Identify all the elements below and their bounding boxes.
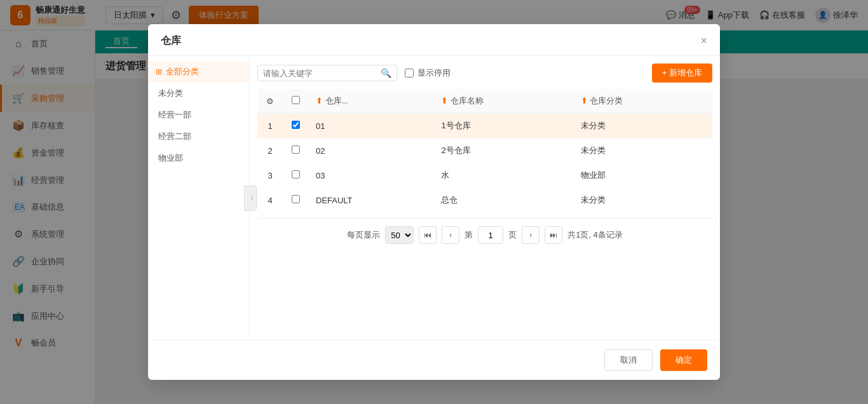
category-header[interactable]: ⊞ 全部分类 xyxy=(148,61,249,83)
row-code: DEFAULT xyxy=(308,188,433,213)
row-category: 未分类 xyxy=(573,138,712,163)
close-icon[interactable]: × xyxy=(700,34,707,48)
warehouse-table: ⚙ ⬆ 仓库... ⬆ 仓库名称 xyxy=(257,89,712,213)
page-size-select[interactable]: 50 xyxy=(385,226,414,244)
confirm-button[interactable]: 确定 xyxy=(660,349,707,371)
search-icon[interactable]: 🔍 xyxy=(381,68,391,78)
col-name-header: ⬆ 仓库名称 xyxy=(433,89,573,114)
row-checkbox-cell xyxy=(283,163,308,188)
grid-icon: ⊞ xyxy=(156,67,162,76)
row-checkbox-cell xyxy=(283,114,308,138)
search-box: 🔍 xyxy=(257,65,397,81)
cancel-button[interactable]: 取消 xyxy=(604,349,653,371)
table-header-row: ⚙ ⬆ 仓库... ⬆ 仓库名称 xyxy=(257,89,712,114)
row-code: 02 xyxy=(308,138,433,163)
show-disabled-label[interactable]: 显示停用 xyxy=(405,67,451,79)
row-name: 2号仓库 xyxy=(433,138,573,163)
table-row[interactable]: 4 DEFAULT 总仓 未分类 xyxy=(257,188,712,213)
row-num: 3 xyxy=(257,163,283,188)
row-num: 1 xyxy=(257,114,283,138)
row-checkbox-cell xyxy=(283,138,308,163)
warehouse-modal: 仓库 × ⊞ 全部分类 未分类 经营一部 经营二部 物业部 《 xyxy=(148,24,720,380)
col-settings: ⚙ xyxy=(257,89,283,114)
row-num: 4 xyxy=(257,188,283,213)
col-checkbox xyxy=(283,89,308,114)
row-checkbox[interactable] xyxy=(292,145,300,154)
category-item-unclassified[interactable]: 未分类 xyxy=(148,83,249,104)
row-name: 1号仓库 xyxy=(433,114,573,138)
row-category: 未分类 xyxy=(573,114,712,138)
category-panel: ⊞ 全部分类 未分类 经营一部 经营二部 物业部 《 xyxy=(148,56,250,340)
modal-body: ⊞ 全部分类 未分类 经营一部 经营二部 物业部 《 🔍 xyxy=(148,56,720,340)
col-code-header: ⬆ 仓库... xyxy=(308,89,433,114)
row-checkbox[interactable] xyxy=(292,121,300,129)
show-disabled-checkbox[interactable] xyxy=(405,69,414,77)
category-item-ops2[interactable]: 经营二部 xyxy=(148,126,249,147)
row-category: 未分类 xyxy=(573,188,712,213)
modal-header: 仓库 × xyxy=(148,24,720,56)
row-code: 03 xyxy=(308,163,433,188)
modal-overlay: 仓库 × ⊞ 全部分类 未分类 经营一部 经营二部 物业部 《 xyxy=(0,0,868,404)
row-code: 01 xyxy=(308,114,433,138)
page-number-input[interactable] xyxy=(478,226,503,244)
add-warehouse-button[interactable]: + 新增仓库 xyxy=(652,64,712,83)
collapse-panel-btn[interactable]: 《 xyxy=(244,185,257,211)
row-checkbox[interactable] xyxy=(292,195,300,203)
row-name: 水 xyxy=(433,163,573,188)
row-num: 2 xyxy=(257,138,283,163)
table-row[interactable]: 1 01 1号仓库 未分类 xyxy=(257,114,712,138)
sort-icon-name: ⬆ xyxy=(441,96,448,105)
row-checkbox-cell xyxy=(283,188,308,213)
category-item-ops1[interactable]: 经营一部 xyxy=(148,104,249,126)
last-page-btn[interactable]: ⏭ xyxy=(545,226,562,244)
row-checkbox[interactable] xyxy=(292,170,300,178)
modal-footer: 取消 确定 xyxy=(148,340,720,380)
row-category: 物业部 xyxy=(573,163,712,188)
table-row[interactable]: 2 02 2号仓库 未分类 xyxy=(257,138,712,163)
next-page-btn[interactable]: › xyxy=(522,226,539,244)
settings-icon[interactable]: ⚙ xyxy=(266,97,274,106)
table-row[interactable]: 3 03 水 物业部 xyxy=(257,163,712,188)
row-name: 总仓 xyxy=(433,188,573,213)
first-page-btn[interactable]: ⏮ xyxy=(419,226,437,244)
col-category-header: ⬆ 仓库分类 xyxy=(573,89,712,114)
modal-title: 仓库 xyxy=(161,34,181,48)
category-item-property[interactable]: 物业部 xyxy=(148,147,249,169)
table-panel: 🔍 显示停用 + 新增仓库 ⚙ xyxy=(250,56,720,340)
pagination: 每页显示 50 ⏮ ‹ 第 页 › ⏭ 共1页, 4条记录 xyxy=(257,218,712,252)
select-all-checkbox[interactable] xyxy=(292,96,300,104)
prev-page-btn[interactable]: ‹ xyxy=(442,226,459,244)
table-toolbar: 🔍 显示停用 + 新增仓库 xyxy=(257,64,712,83)
search-input[interactable] xyxy=(263,69,377,78)
sort-icon-cat: ⬆ xyxy=(581,96,588,105)
sort-icon: ⬆ xyxy=(316,96,323,105)
